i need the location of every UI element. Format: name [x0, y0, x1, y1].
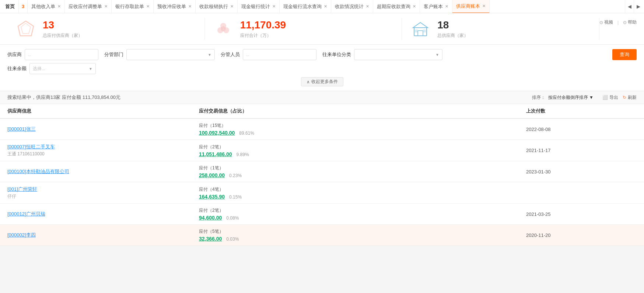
close-icon[interactable]: ✕	[230, 4, 234, 9]
supplier-link-3[interactable]: [001]广州荣轩	[7, 186, 199, 193]
tx-percent-5: 0.03%	[226, 237, 239, 242]
summary-text-payable: 13 总应付供应商（家）	[43, 19, 83, 39]
nav-tab-cash-flow[interactable]: 现金银行流水查询 ✕	[280, 0, 331, 13]
close-icon[interactable]: ✕	[272, 4, 276, 9]
last-pay-2: 2023-01-30	[526, 169, 637, 175]
svg-marker-7	[413, 23, 428, 28]
supplier-info-4: [000012]广州贝瑞	[7, 211, 199, 217]
category-label: 往来单位分类	[322, 51, 351, 58]
sort-label: 排序：	[532, 94, 545, 101]
table-row: [000012]广州贝瑞 应付（2笔） 94,600.00 0.08% 2021…	[0, 204, 644, 225]
results-summary: 搜索结果中，供应商13家 应付金额 111,703,854.00元	[7, 94, 120, 101]
nav-tab-cash-stat[interactable]: 现金银行统计 ✕	[238, 0, 280, 13]
total-suppliers-label: 总供应商（家）	[437, 32, 468, 39]
supplier-link-5[interactable]: [000002]李四	[7, 232, 199, 238]
close-icon[interactable]: ✕	[146, 4, 150, 9]
close-icon[interactable]: ✕	[104, 4, 108, 9]
supplier-link-1[interactable]: [000007]恒旺二手叉车	[7, 144, 199, 150]
close-icon[interactable]: ✕	[57, 4, 61, 9]
supplier-link-4[interactable]: [000012]广州贝瑞	[7, 211, 199, 217]
nav-tab-other-income[interactable]: 其他收入单 ✕	[28, 0, 65, 13]
svg-marker-1	[21, 23, 31, 34]
tx-label-0: 应付（15笔）	[199, 123, 526, 129]
close-icon[interactable]: ✕	[324, 4, 327, 9]
category-arrow-icon: ▼	[435, 53, 439, 57]
summary-bar: 13 总应付供应商（家） 11,170.39 应付合计（万）	[0, 13, 644, 45]
table-header: 供应商信息 应付交易信息（占比） 上次付数	[0, 104, 644, 119]
supplier-link-2[interactable]: [000100]本特勒油品有限公司	[7, 168, 199, 175]
diamond-icon	[15, 18, 37, 40]
tx-percent-3: 0.15%	[229, 194, 242, 200]
export-icon: ⬜	[602, 95, 608, 100]
tx-amount-2[interactable]: 258,000.00	[199, 172, 225, 178]
tx-amount-4[interactable]: 94,600.00	[199, 215, 222, 221]
tx-percent-0: 89.61%	[239, 131, 254, 136]
supplier-label: 供应商	[7, 51, 22, 58]
col-header-last-pay: 上次付数	[526, 108, 637, 114]
tx-amount-5[interactable]: 32,366.00	[199, 236, 222, 242]
close-icon[interactable]: ✕	[366, 4, 369, 9]
summary-card-payable-total: 11,170.39 应付合计（万）	[205, 18, 402, 40]
nav-tab-advance[interactable]: 预收冲应收单 ✕	[154, 0, 196, 13]
nav-tab-overdue[interactable]: 超期应收款查询 ✕	[373, 0, 420, 13]
nav-tab-supplier-book[interactable]: 供应商账本 ✕	[452, 0, 490, 13]
query-button[interactable]: 查询	[612, 49, 637, 60]
filter-supplier: 供应商 ...	[7, 49, 98, 60]
summary-text-total-suppliers: 18 总供应商（家）	[437, 19, 468, 39]
last-pay-1: 2021-11-17	[526, 148, 637, 153]
summary-text-total: 11,170.39 应付合计（万）	[240, 19, 286, 39]
collapse-label: 收起更多条件	[311, 79, 338, 85]
filter-dept: 分管部门 ▼	[104, 49, 215, 60]
nav-tab-adjustment[interactable]: 应收应付调整单 ✕	[65, 0, 112, 13]
balance-input[interactable]: 选择... ▼	[29, 63, 96, 74]
close-icon[interactable]: ✕	[413, 4, 416, 9]
close-icon[interactable]: ✕	[482, 4, 486, 8]
supplier-link-0[interactable]: [000001]张三	[7, 126, 199, 132]
data-table: 供应商信息 应付交易信息（占比） 上次付数 [000001]张三 应付（15笔）…	[0, 104, 644, 246]
sort-select[interactable]: 按应付余额倒序排序 ▼	[548, 94, 594, 101]
nav-tab-collection[interactable]: 收款核销执行 ✕	[196, 0, 238, 13]
person-input[interactable]: ...	[243, 49, 316, 60]
refresh-icon: ↻	[623, 95, 626, 100]
nav-tab-receipt-stat[interactable]: 收款情况统计 ✕	[331, 0, 373, 13]
svg-rect-10	[423, 30, 426, 32]
collapse-button[interactable]: ∧ 收起更多条件	[301, 77, 343, 86]
summary-card-total-suppliers: 18 总供应商（家）	[402, 18, 599, 40]
filter-row-2: 往来余额 选择... ▼	[7, 63, 637, 74]
supplier-input[interactable]: ...	[25, 49, 98, 60]
nav-tab-number[interactable]: 3	[19, 0, 28, 13]
nav-tab-bank-deposit[interactable]: 银行存取款单 ✕	[112, 0, 154, 13]
balance-arrow-icon: ▼	[89, 67, 92, 71]
help-link[interactable]: ⊙ 帮助	[623, 19, 637, 25]
nav-arrow-left[interactable]: ◀	[625, 0, 634, 13]
nav-tab-customer-book[interactable]: 客户账本 ✕	[420, 0, 452, 13]
transaction-info-4: 应付（2笔） 94,600.00 0.08%	[199, 207, 526, 221]
tx-amount-0[interactable]: 100,092,540.00	[199, 130, 235, 136]
top-navigation: 首页 3 其他收入单 ✕ 应收应付调整单 ✕ 银行存取款单 ✕ 预收冲应收单 ✕…	[0, 0, 644, 13]
close-icon[interactable]: ✕	[188, 4, 192, 9]
summary-card-suppliers-payable: 13 总应付供应商（家）	[7, 18, 205, 40]
supplier-info-1: [000007]恒旺二手叉车 王通 17106110000	[7, 144, 199, 157]
supplier-info-0: [000001]张三	[7, 126, 199, 132]
tx-label-4: 应付（2笔）	[199, 207, 526, 214]
last-pay-4: 2021-03-25	[526, 211, 637, 217]
balance-placeholder: 选择...	[33, 66, 45, 72]
transaction-info-1: 应付（2笔） 11,051,486.00 9.89%	[199, 144, 526, 157]
sort-value: 按应付余额倒序排序	[548, 94, 588, 101]
last-pay-5: 2020-11-20	[526, 232, 637, 238]
close-icon[interactable]: ✕	[445, 4, 448, 9]
payable-suppliers-label: 总应付供应商（家）	[43, 32, 83, 39]
export-button[interactable]: ⬜ 导出	[602, 94, 618, 101]
dept-input[interactable]: ▼	[126, 49, 215, 60]
table-row: [000001]张三 应付（15笔） 100,092,540.00 89.61%…	[0, 119, 644, 140]
category-input[interactable]: ▼	[354, 49, 442, 60]
tx-amount-1[interactable]: 11,051,486.00	[199, 151, 232, 157]
table-row: [000002]李四 应付（5笔） 32,366.00 0.03% 2020-1…	[0, 225, 644, 246]
flower-icon	[212, 18, 234, 40]
nav-arrow-right[interactable]: ▶	[634, 0, 643, 13]
dept-arrow-icon: ▼	[208, 53, 211, 57]
tx-amount-3[interactable]: 164,635.90	[199, 194, 225, 200]
refresh-button[interactable]: ↻ 刷新	[623, 94, 637, 101]
video-link[interactable]: ⊙ 视频	[599, 19, 613, 25]
nav-tab-home[interactable]: 首页	[1, 0, 19, 13]
